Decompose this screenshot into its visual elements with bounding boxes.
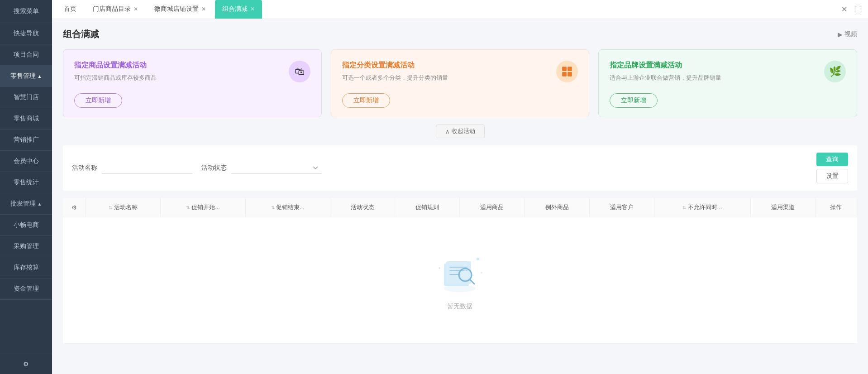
svg-point-15	[481, 272, 482, 273]
close-tab-combo-discount[interactable]: ✕	[250, 6, 255, 12]
col-activity-status: 活动状态	[330, 198, 395, 217]
svg-rect-0	[563, 67, 567, 71]
page-header: 组合满减 ▶ 视频	[63, 28, 857, 40]
collapse-row: ∧ 收起活动	[63, 125, 857, 138]
col-promo-start[interactable]: ⇅ 促销开始...	[161, 198, 245, 217]
sidebar-item-finance[interactable]: 资金管理	[0, 278, 52, 300]
sort-icon: ⇅	[682, 205, 686, 210]
sidebar-item-smart-store[interactable]: 智慧门店	[0, 87, 52, 108]
activity-status-select[interactable]: 进行中 已结束 未开始	[231, 163, 322, 174]
tabs: 首页 门店商品目录 ✕ 微商城店铺设置 ✕ 组合满减 ✕	[57, 0, 262, 19]
tab-actions: ✕ ⛶	[839, 3, 863, 15]
add-product-promo-button[interactable]: 立即新增	[74, 93, 122, 108]
cards-row: 🛍 指定商品设置满减活动 可指定滞销商品或库存较多商品 立即新增 指定分类设置满…	[63, 49, 857, 117]
promo-card-by-category: 指定分类设置满减活动 可选一个或者多个分类，提升分类的销量 立即新增	[331, 49, 590, 117]
tab-home[interactable]: 首页	[57, 0, 84, 19]
page-content: 组合满减 ▶ 视频 🛍 指定商品设置满减活动 可指定滞销商品或库存较多商品 立即…	[52, 19, 868, 374]
brand-card-title: 指定品牌设置满减活动	[610, 61, 846, 70]
col-not-allow-same[interactable]: ⇅ 不允许同时...	[654, 198, 750, 217]
product-card-title: 指定商品设置满减活动	[74, 61, 310, 70]
product-card-desc: 可指定滞销商品或库存较多商品	[74, 74, 310, 86]
col-operation: 操作	[815, 198, 857, 217]
arrow-icon: ▲	[38, 74, 42, 79]
maximize-window-button[interactable]: ⛶	[853, 4, 863, 15]
search-actions: 查询 设置	[816, 153, 848, 183]
col-applicable-customer: 适用客户	[589, 198, 654, 217]
col-activity-name[interactable]: ⇅ 活动名称	[86, 198, 161, 217]
play-icon: ▶	[838, 31, 843, 38]
collapse-icon: ∧	[445, 128, 450, 135]
svg-point-14	[439, 267, 440, 269]
category-card-desc: 可选一个或者多个分类，提升分类的销量	[342, 74, 578, 86]
category-card-title: 指定分类设置满减活动	[342, 61, 578, 70]
activity-status-field: 活动状态 进行中 已结束 未开始	[201, 163, 322, 174]
sidebar-item-marketing[interactable]: 营销推广	[0, 129, 52, 151]
table-container: ⚙ ⇅ 活动名称 ⇅ 促销开始... ⇅ 促销结束...	[63, 198, 857, 344]
sort-icon: ⇅	[186, 205, 190, 210]
col-applicable-goods: 适用商品	[460, 198, 525, 217]
table-header-row: ⚙ ⇅ 活动名称 ⇅ 促销开始... ⇅ 促销结束...	[63, 198, 857, 217]
add-category-promo-button[interactable]: 立即新增	[342, 93, 390, 108]
sidebar-item-retail-stats[interactable]: 零售统计	[0, 172, 52, 193]
sidebar-item-member-center[interactable]: 会员中心	[0, 151, 52, 172]
main-content: 首页 门店商品目录 ✕ 微商城店铺设置 ✕ 组合满减 ✕ ✕ ⛶ 组合满减	[52, 0, 868, 374]
col-promo-end[interactable]: ⇅ 促销结束...	[245, 198, 330, 217]
gear-icon: ⚙	[23, 360, 29, 368]
add-brand-promo-button[interactable]: 立即新增	[610, 93, 658, 108]
svg-rect-2	[563, 72, 567, 77]
sort-icon: ⇅	[109, 205, 112, 210]
sidebar-item-wholesale[interactable]: 批发管理 ▲	[0, 193, 52, 215]
svg-point-11	[461, 270, 470, 279]
empty-state: 暂无数据	[67, 223, 853, 338]
search-bar: 活动名称 活动状态 进行中 已结束 未开始 查询 设置	[63, 145, 857, 191]
activity-name-label: 活动名称	[72, 164, 97, 172]
sidebar-item-purchase[interactable]: 采购管理	[0, 236, 52, 257]
col-applicable-channel: 适用渠道	[750, 198, 815, 217]
sidebar-settings[interactable]: ⚙	[0, 354, 52, 374]
video-link[interactable]: ▶ 视频	[838, 30, 857, 38]
query-button[interactable]: 查询	[816, 153, 848, 166]
tab-combo-discount[interactable]: 组合满减 ✕	[215, 0, 262, 19]
promo-card-by-product: 🛍 指定商品设置满减活动 可指定滞销商品或库存较多商品 立即新增	[63, 49, 322, 117]
col-promo-rule: 促销规则	[395, 198, 460, 217]
sidebar-item-project-contract[interactable]: 项目合同	[0, 44, 52, 66]
sidebar-item-retail-management[interactable]: 零售管理 ▲	[0, 66, 52, 87]
tab-store-catalog[interactable]: 门店商品目录 ✕	[86, 0, 145, 19]
table-body: 暂无数据	[63, 217, 857, 344]
sidebar-search[interactable]: 搜索菜单	[0, 0, 52, 23]
settings-button[interactable]: 设置	[816, 169, 848, 183]
arrow-icon: ▲	[38, 201, 42, 206]
category-card-icon	[556, 61, 578, 82]
tab-bar: 首页 门店商品目录 ✕ 微商城店铺设置 ✕ 组合满减 ✕ ✕ ⛶	[52, 0, 868, 19]
svg-point-13	[477, 258, 479, 260]
close-window-button[interactable]: ✕	[839, 3, 849, 15]
sidebar-item-inventory[interactable]: 库存核算	[0, 257, 52, 278]
collapse-activities-button[interactable]: ∧ 收起活动	[436, 125, 485, 138]
sidebar-item-xiaochangec[interactable]: 小畅电商	[0, 215, 52, 236]
sidebar: 搜索菜单 快捷导航 项目合同 零售管理 ▲ 智慧门店 零售商城 营销推广 会员中…	[0, 0, 52, 374]
empty-illustration	[433, 250, 487, 295]
empty-row: 暂无数据	[63, 217, 857, 344]
page-title: 组合满减	[63, 28, 99, 40]
activity-status-label: 活动状态	[201, 164, 227, 172]
sidebar-item-quick-nav[interactable]: 快捷导航	[0, 23, 52, 44]
col-settings[interactable]: ⚙	[63, 198, 86, 217]
svg-rect-3	[568, 72, 572, 77]
empty-text: 暂无数据	[447, 302, 472, 311]
brand-card-desc: 适合与上游企业联合做营销，提升品牌销量	[610, 74, 846, 86]
activity-name-input[interactable]	[102, 163, 192, 174]
col-excluded-goods: 例外商品	[525, 198, 589, 217]
close-tab-wechat-settings[interactable]: ✕	[201, 6, 206, 12]
empty-state-cell: 暂无数据	[63, 217, 857, 344]
promo-card-by-brand: 🌿 指定品牌设置满减活动 适合与上游企业联合做营销，提升品牌销量 立即新增	[598, 49, 857, 117]
sort-icon: ⇅	[271, 205, 275, 210]
data-table: ⚙ ⇅ 活动名称 ⇅ 促销开始... ⇅ 促销结束...	[63, 198, 857, 344]
brand-card-icon: 🌿	[824, 61, 846, 82]
sidebar-item-retail-mall[interactable]: 零售商城	[0, 108, 52, 129]
product-card-icon: 🛍	[289, 61, 310, 82]
svg-rect-1	[568, 67, 572, 71]
tab-wechat-settings[interactable]: 微商城店铺设置 ✕	[147, 0, 213, 19]
close-tab-store-catalog[interactable]: ✕	[134, 6, 138, 12]
activity-name-field: 活动名称	[72, 163, 192, 174]
table-settings-icon[interactable]: ⚙	[72, 204, 77, 211]
